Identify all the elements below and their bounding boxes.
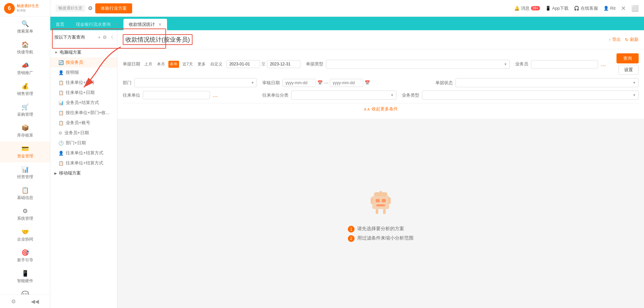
sidebar-item-wechat[interactable]: 💬 企业微信 — [0, 287, 50, 295]
svg-rect-1 — [376, 199, 380, 202]
sidebar-item-system[interactable]: ⚙ 系统管理 — [0, 204, 50, 225]
date-more[interactable]: 更多 — [196, 61, 207, 68]
service-icon: 🎧 — [574, 6, 579, 11]
tab-home[interactable]: 首页 — [50, 19, 70, 30]
review-date-to-input[interactable] — [330, 79, 363, 87]
window-maximize-icon[interactable]: ⬜ — [631, 5, 639, 12]
date-custom[interactable]: 自定义 — [209, 61, 224, 68]
sidebar-item-finance[interactable]: 💳 资金管理 — [0, 142, 50, 162]
mobile-section-header[interactable]: ▶ 移动端方案 — [50, 168, 117, 178]
collapse-filter-btn[interactable]: ∧∧ 收起更多条件 — [123, 103, 639, 115]
set-button[interactable]: 设置 — [619, 65, 639, 75]
refresh-button[interactable]: ↻ 刷新 — [625, 37, 639, 43]
review-date-from-input[interactable] — [282, 79, 316, 87]
salesman-input[interactable] — [531, 60, 598, 68]
salesman-more-icon[interactable]: ... — [601, 61, 606, 68]
empty-tip-1: 1 请先选择要分析的方案 — [348, 226, 414, 233]
partner-more-icon[interactable]: ... — [213, 92, 218, 99]
scheme-item-salesman-settle[interactable]: 📊 业务员+结算方式 — [50, 98, 117, 108]
sidebar-item-search[interactable]: 🔍 搜索菜单 — [0, 17, 50, 38]
app-download-label: App下载 — [552, 5, 569, 11]
date-to-input[interactable] — [267, 60, 301, 68]
sidebar-item-guide[interactable]: 🎯 新手引导 — [0, 246, 50, 266]
tab-receipt-stats-label: 收款情况统计 — [129, 21, 155, 28]
scheme-item-partner-settle1[interactable]: 👤 往来单位+结算方式 — [50, 148, 117, 158]
user-btn[interactable]: 👤 Rit — [603, 6, 615, 11]
sidebar-collapse-icon[interactable]: ◀◀ — [31, 298, 39, 305]
biz-type-select[interactable] — [422, 91, 639, 100]
filter-row-3: 往来单位 ... 往来单位分类 ▼ — [123, 91, 639, 100]
sidebar-item-marketing[interactable]: 📣 营销推广 — [0, 58, 50, 79]
sidebar-item-label: 快捷导航 — [17, 49, 33, 55]
window-close-icon[interactable]: ✕ — [621, 5, 626, 12]
online-service-btn[interactable]: 🎧 在线客服 — [574, 5, 598, 11]
sidebar-item-purchase[interactable]: 🛒 采购管理 — [0, 100, 50, 121]
svg-rect-6 — [376, 209, 378, 214]
date-this-year[interactable]: 本年 — [168, 61, 179, 68]
sidebar-nav: 🔍 搜索菜单 🏠 快捷导航 📣 营销推广 💰 销售管理 🛒 采购管理 📦 — [0, 17, 50, 295]
corp-icon: 🤝 — [21, 228, 29, 236]
sidebar-item-corp[interactable]: 🤝 企业协同 — [0, 225, 50, 246]
sidebar-item-business[interactable]: 📊 经营管理 — [0, 162, 50, 183]
calendar-icon-2[interactable]: 📅 — [365, 80, 370, 85]
partner-cat-select[interactable] — [291, 91, 396, 100]
doc-type-select[interactable] — [326, 60, 510, 69]
sidebar-item-inventory[interactable]: 📦 库存核算 — [0, 121, 50, 142]
sidebar-item-hardware[interactable]: 📱 智能硬件 — [0, 266, 50, 287]
sidebar-item-quick-nav[interactable]: 🏠 快捷导航 — [0, 38, 50, 58]
doc-status-filter: 单据状态 ▼ — [435, 78, 639, 87]
tab-receipt-stats-close[interactable]: ✕ — [158, 22, 162, 27]
tab-bank-flow-close[interactable]: ✕ — [114, 22, 117, 27]
panel-collapse-icon[interactable]: 《 — [109, 35, 113, 40]
desktop-section-header[interactable]: ▼ 电脑端方案 — [50, 47, 117, 57]
add-scheme-icon[interactable]: + — [98, 35, 101, 40]
review-date-filter: 审核日期 📅 — 📅 — [262, 79, 430, 87]
scheme-item-partner-settle2[interactable]: 📋 往来单位+结算方式 — [50, 158, 117, 168]
export-icon: ↑ — [609, 37, 611, 42]
filter-row-1: 单据日期 上月 本月 本年 近7天 更多 自定义 — [123, 53, 639, 75]
dept-label: 部门 — [123, 80, 131, 86]
scheme-settings-icon[interactable]: ⚙ — [103, 35, 107, 40]
sidebar-item-label: 库存核算 — [17, 133, 33, 138]
dept-select[interactable] — [134, 78, 257, 87]
scheme-item-label: 往来单位+结算方式 — [66, 150, 103, 156]
left-panel-header: 按以下方案查询 + ⚙ 《 — [50, 30, 117, 45]
scheme-icon: 👤 — [58, 151, 64, 156]
topbar-settings-icon[interactable]: ⚙ — [88, 5, 93, 11]
tab-bank-flow[interactable]: 现金银行流水查询 ✕ — [70, 19, 123, 30]
sales-icon: 💰 — [21, 83, 29, 90]
scheme-item-partner-date[interactable]: 📋 往来单位+日期 — [50, 88, 117, 98]
date-last-month[interactable]: 上月 — [143, 61, 154, 68]
review-date-label: 审核日期 — [262, 80, 280, 86]
sidebar-settings-icon[interactable]: ⚙ — [11, 298, 16, 305]
svg-rect-4 — [371, 197, 373, 204]
date-from-input[interactable] — [226, 60, 260, 68]
trial-button[interactable]: 体验行业方案 — [95, 3, 132, 13]
dept-select-wrapper: ▼ — [134, 78, 257, 87]
scheme-item-partner-account[interactable]: 📋 往来单位+账号 — [50, 78, 117, 88]
notification-btn[interactable]: 🔔 消息 99+ — [514, 5, 540, 11]
scheme-item-partner-dept[interactable]: 📋 按往来单位+部门+收... — [50, 108, 117, 118]
left-panel-title: 按以下方案查询 — [54, 34, 85, 40]
date-this-month[interactable]: 本月 — [156, 61, 166, 68]
partner-category-label: 往来单位分类 — [262, 92, 288, 98]
scheme-item-salesman[interactable]: 🔄 按业务员 — [50, 57, 117, 67]
scheme-item-salesman-account[interactable]: 📋 业务员+账号 — [50, 118, 117, 128]
app-download-btn[interactable]: 📱 App下载 — [545, 5, 569, 11]
page-header-actions: ↑ 导出 ↻ 刷新 — [609, 37, 639, 43]
scheme-item-dept-date[interactable]: 🕐 部门+日期 — [50, 138, 117, 148]
calendar-icon[interactable]: 📅 — [317, 80, 323, 85]
doc-status-select[interactable] — [455, 78, 639, 87]
query-button[interactable]: 查询 — [616, 53, 639, 63]
export-button[interactable]: ↑ 导出 — [609, 37, 621, 43]
sidebar-item-basic[interactable]: 📋 基础信息 — [0, 183, 50, 204]
sidebar-item-label: 智能硬件 — [17, 278, 33, 284]
sidebar: 6 畅捷通好生意 标准版 🔍 搜索菜单 🏠 快捷导航 📣 营销推广 💰 销售管理 — [0, 0, 50, 308]
scheme-item-salesman-date[interactable]: ⚙ 业务员+日期 — [50, 128, 117, 138]
partner-input[interactable] — [143, 91, 210, 99]
sidebar-item-sales[interactable]: 💰 销售管理 — [0, 79, 50, 100]
scheme-item-detail[interactable]: 👤 按明细 — [50, 67, 117, 78]
doc-type-filter: 单据类型 ▼ — [306, 60, 510, 69]
date-7days[interactable]: 近7天 — [181, 61, 194, 68]
tab-receipt-stats[interactable]: 收款情况统计 ✕ — [123, 19, 167, 30]
